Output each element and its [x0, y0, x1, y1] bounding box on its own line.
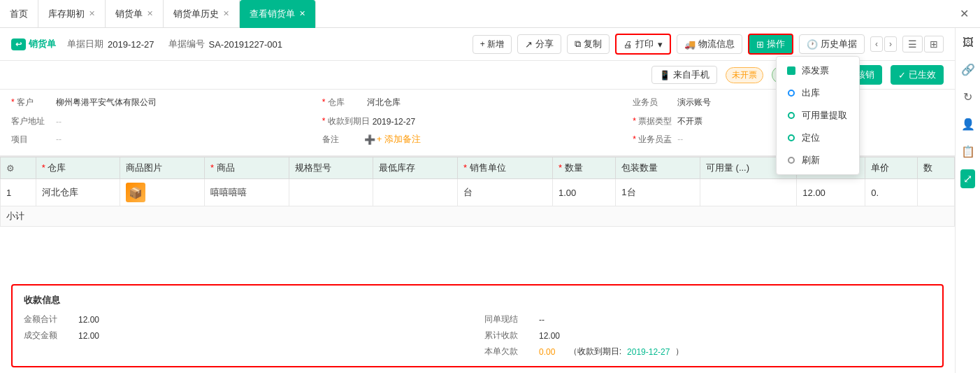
row-amount — [918, 179, 955, 206]
dropdown-outbound[interactable]: 出库 — [777, 82, 859, 104]
subtotal-row: 小计 — [1, 206, 955, 227]
add-invoice-icon — [786, 66, 796, 76]
document-meta: 单据日期 2019-12-27 单据编号 SA-20191227-001 — [67, 38, 461, 50]
row-min-stock — [373, 179, 458, 206]
tab-close-inventory[interactable]: ✕ — [89, 9, 95, 18]
sidebar-image-icon[interactable]: 🖼 — [960, 34, 977, 52]
project-label: 项目 — [11, 134, 53, 146]
same-order-value: -- — [539, 315, 545, 325]
share-icon: ↗ — [525, 39, 533, 50]
operations-button[interactable]: ⊞ 操作 — [748, 34, 793, 55]
position-icon — [786, 133, 796, 143]
number-label: 单据编号 — [168, 38, 205, 50]
sales-person-label: 业务员盂 — [633, 134, 675, 146]
from-phone-button[interactable]: 📱 来自手机 — [651, 66, 717, 84]
list-view-button[interactable]: ☰ — [902, 36, 923, 52]
ticket-type-label: 票据类型 — [633, 115, 675, 127]
customer-label: 客户 — [11, 97, 53, 108]
settings-icon[interactable]: ⚙ — [6, 163, 15, 174]
available-qty-icon — [786, 111, 796, 120]
row-product-img: 📦 — [120, 179, 205, 206]
customer-address-label: 客户地址 — [11, 115, 53, 127]
col-warehouse: 仓库 — [36, 157, 120, 179]
phone-icon: 📱 — [659, 70, 670, 80]
col-quantity: 数量 — [552, 157, 615, 179]
sidebar-expand-icon[interactable]: ⤢ — [960, 169, 975, 188]
total-amount-row: 金额合计 12.00 — [24, 314, 470, 325]
payment-info-section: 收款信息 金额合计 12.00 成交金额 12.00 同单现结 -- — [11, 284, 944, 367]
col-settings[interactable]: ⚙ — [1, 157, 36, 179]
effective-check-icon: ✓ — [898, 70, 906, 80]
copy-button[interactable]: ⧉ 复制 — [567, 34, 610, 54]
grid-view-button[interactable]: ⊞ — [924, 36, 944, 52]
document-header: ↩ 销货单 单据日期 2019-12-27 单据编号 SA-20191227-0… — [0, 28, 955, 61]
logistics-button[interactable]: 🚚 物流信息 — [677, 34, 742, 54]
sidebar-link-icon[interactable]: 🔗 — [958, 60, 978, 79]
cumulative-payment-value: 12.00 — [539, 331, 560, 341]
table-row: 1 河北仓库 📦 嘻嘻嘻嘻 台 1.00 1台 12.00 0. — [1, 179, 955, 206]
tab-sales-order[interactable]: 销货单 ✕ — [106, 0, 164, 28]
dropdown-position[interactable]: 定位 — [777, 127, 859, 149]
print-button[interactable]: 🖨 打印 ▾ — [615, 34, 671, 55]
next-button[interactable]: › — [884, 36, 897, 52]
operations-dropdown: 添发票 出库 可用量提取 定位 — [776, 56, 860, 175]
row-num: 1 — [1, 179, 36, 206]
sidebar-refresh-icon[interactable]: ↻ — [960, 87, 975, 106]
payment-note-text: （收款到期日: — [569, 346, 621, 358]
window-close-button[interactable]: ✕ — [954, 7, 974, 20]
history-button[interactable]: 🕐 历史单据 — [799, 34, 865, 54]
payment-info-title: 收款信息 — [24, 294, 931, 307]
dropdown-available-qty[interactable]: 可用量提取 — [777, 104, 859, 127]
row-warehouse: 河北仓库 — [36, 179, 120, 206]
row-spec — [289, 179, 373, 206]
payment-date-ref: 2019-12-27 — [627, 347, 670, 357]
tab-inventory-init[interactable]: 库存期初 ✕ — [38, 0, 106, 28]
row-unit-price: 0. — [865, 179, 918, 206]
sidebar-user-icon[interactable]: 👤 — [958, 115, 978, 134]
tab-home[interactable]: 首页 — [6, 0, 38, 28]
row-product: 嘻嘻嘻嘻 — [205, 179, 289, 206]
number-value: SA-20191227-001 — [209, 39, 283, 50]
current-due-row: 本单欠款 0.00 （收款到期日: 2019-12-27 ） — [484, 346, 931, 358]
tab-close-history[interactable]: ✕ — [223, 9, 229, 18]
tab-close-view[interactable]: ✕ — [299, 9, 305, 18]
dropdown-add-invoice[interactable]: 添发票 — [777, 59, 859, 82]
nav-arrows: ‹ › — [870, 36, 897, 52]
col-amount: 数 — [918, 157, 955, 179]
cumulative-payment-row: 累计收款 12.00 — [484, 330, 931, 342]
ticket-type-value: 不开票 — [675, 114, 705, 129]
new-button[interactable]: + 新增 — [473, 35, 512, 54]
date-label: 单据日期 — [67, 38, 103, 50]
logistics-icon: 🚚 — [684, 39, 696, 50]
row-stock: 12.00 — [797, 179, 865, 206]
dropdown-refresh[interactable]: 刷新 — [777, 149, 859, 171]
payment-note-end: ） — [675, 346, 684, 358]
tab-close-sales[interactable]: ✕ — [147, 9, 153, 18]
warehouse-form-value: 河北仓库 — [364, 95, 403, 110]
print-icon: 🖨 — [624, 39, 633, 50]
col-sales-unit: 销售单位 — [458, 157, 553, 179]
total-amount-label: 金额合计 — [24, 314, 73, 325]
add-note-button[interactable]: ➕ + 添加备注 — [364, 133, 421, 146]
col-min-stock: 最低库存 — [373, 157, 458, 179]
document-title: ↩ 销货单 — [11, 38, 56, 50]
payment-date-label: 收款到期日 — [322, 115, 370, 127]
transaction-amount-row: 成交金额 12.00 — [24, 330, 470, 342]
payment-date-value: 2019-12-27 — [370, 115, 418, 128]
share-button[interactable]: ↗ 分享 — [517, 34, 561, 54]
doc-type-label: 销货单 — [29, 38, 56, 50]
staff-label: 业务员 — [633, 97, 675, 108]
prev-button[interactable]: ‹ — [870, 36, 883, 52]
plus-icon: ➕ — [364, 134, 375, 145]
effective-button[interactable]: ✓ 已生效 — [891, 65, 944, 85]
row-sales-unit: 台 — [458, 179, 553, 206]
not-open-badge[interactable]: 未开票 — [726, 67, 763, 83]
tab-view-sales[interactable]: 查看销货单 ✕ — [240, 0, 316, 28]
tab-sales-history[interactable]: 销货单历史 ✕ — [164, 0, 240, 28]
sales-person-value: -- — [675, 133, 686, 146]
outbound-icon — [786, 88, 796, 98]
sidebar-clipboard-icon[interactable]: 📋 — [958, 142, 978, 161]
col-pack-qty: 包装数量 — [616, 157, 700, 179]
tab-bar: 首页 库存期初 ✕ 销货单 ✕ 销货单历史 ✕ 查看销货单 ✕ ✕ — [0, 0, 980, 28]
total-amount-value: 12.00 — [78, 315, 99, 325]
